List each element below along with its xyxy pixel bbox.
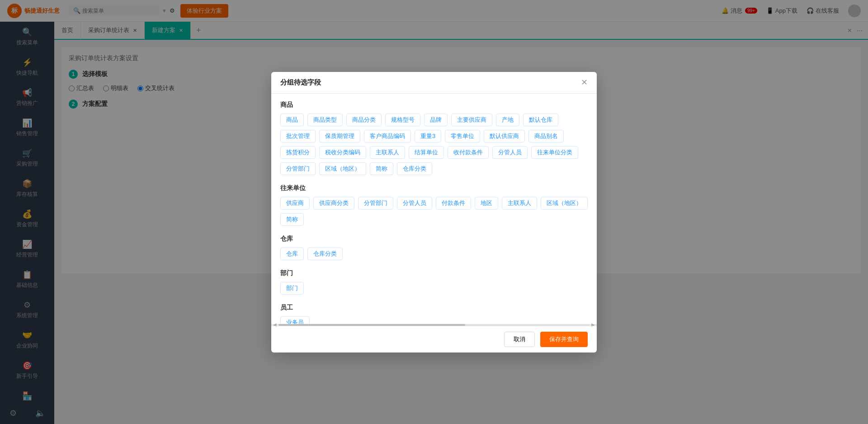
modal-section-label-2: 仓库: [280, 235, 588, 243]
modal-section-2: 仓库仓库仓库分类: [280, 235, 588, 260]
modal-section-label-4: 员工: [280, 304, 588, 312]
modal-section-0: 商品商品商品类型商品分类规格型号品牌主要供应商产地默认仓库批次管理保质期管理客户…: [280, 101, 588, 175]
modal-header: 分组待选字段 ✕: [271, 72, 597, 94]
modal-section-fields-1: 供应商供应商分类分管部门分管人员付款条件地区主联系人区域（地区）简称: [280, 197, 588, 226]
field-tag-0-12[interactable]: 零售单位: [445, 130, 480, 143]
field-tag-0-24[interactable]: 简称: [370, 162, 393, 175]
modal-section-fields-2: 仓库仓库分类: [280, 248, 588, 260]
field-tag-0-6[interactable]: 产地: [496, 114, 519, 126]
field-tag-0-0[interactable]: 商品: [280, 114, 304, 126]
field-tag-1-2[interactable]: 分管部门: [358, 197, 393, 210]
field-tag-1-4[interactable]: 付款条件: [436, 197, 471, 210]
field-tag-0-1[interactable]: 商品类型: [307, 114, 343, 126]
field-tag-0-3[interactable]: 规格型号: [385, 114, 420, 126]
field-tag-2-1[interactable]: 仓库分类: [307, 248, 343, 260]
modal-body: 商品商品商品类型商品分类规格型号品牌主要供应商产地默认仓库批次管理保质期管理客户…: [271, 94, 597, 324]
field-tag-0-8[interactable]: 批次管理: [280, 130, 316, 143]
field-tag-1-6[interactable]: 主联系人: [502, 197, 537, 210]
field-tag-1-0[interactable]: 供应商: [280, 197, 310, 210]
modal-footer: 取消 保存并查询: [271, 326, 597, 353]
modal-title: 分组待选字段: [280, 78, 321, 87]
field-tag-1-7[interactable]: 区域（地区）: [541, 197, 588, 210]
field-tag-0-15[interactable]: 拣货积分: [280, 146, 316, 159]
modal-section-3: 部门部门: [280, 269, 588, 295]
save-query-button[interactable]: 保存并查询: [540, 332, 588, 347]
field-tag-0-5[interactable]: 主要供应商: [451, 114, 492, 126]
field-tag-0-17[interactable]: 主联系人: [370, 146, 405, 159]
field-tag-0-25[interactable]: 仓库分类: [397, 162, 432, 175]
field-tag-0-4[interactable]: 品牌: [424, 114, 448, 126]
field-tag-0-7[interactable]: 默认仓库: [523, 114, 558, 126]
modal-section-fields-3: 部门: [280, 282, 588, 295]
field-tag-1-3[interactable]: 分管人员: [397, 197, 432, 210]
field-tag-0-11[interactable]: 重量3: [415, 130, 441, 143]
field-tag-0-19[interactable]: 收付款条件: [448, 146, 489, 159]
field-tag-0-20[interactable]: 分管人员: [492, 146, 528, 159]
field-tag-0-16[interactable]: 税收分类编码: [319, 146, 366, 159]
field-tag-0-18[interactable]: 结算单位: [409, 146, 444, 159]
modal-section-fields-0: 商品商品类型商品分类规格型号品牌主要供应商产地默认仓库批次管理保质期管理客户商品…: [280, 114, 588, 175]
field-tag-3-0[interactable]: 部门: [280, 282, 304, 295]
field-tag-0-14[interactable]: 商品别名: [528, 130, 564, 143]
field-tag-1-5[interactable]: 地区: [475, 197, 498, 210]
modal-section-label-0: 商品: [280, 101, 588, 109]
modal-dialog: 分组待选字段 ✕ 商品商品商品类型商品分类规格型号品牌主要供应商产地默认仓库批次…: [271, 72, 597, 353]
modal-section-fields-4: 业务员: [280, 316, 588, 324]
field-tag-0-13[interactable]: 默认供应商: [484, 130, 525, 143]
field-tag-0-22[interactable]: 分管部门: [280, 162, 316, 175]
field-tag-0-21[interactable]: 往来单位分类: [531, 146, 578, 159]
field-tag-0-2[interactable]: 商品分类: [346, 114, 382, 126]
modal-section-1: 往来单位供应商供应商分类分管部门分管人员付款条件地区主联系人区域（地区）简称: [280, 184, 588, 226]
modal-section-label-3: 部门: [280, 269, 588, 277]
modal-section-label-1: 往来单位: [280, 184, 588, 192]
modal-overlay: 分组待选字段 ✕ 商品商品商品类型商品分类规格型号品牌主要供应商产地默认仓库批次…: [0, 0, 868, 424]
field-tag-1-1[interactable]: 供应商分类: [313, 197, 354, 210]
field-tag-4-0[interactable]: 业务员: [280, 316, 310, 324]
modal-close-icon[interactable]: ✕: [581, 77, 588, 87]
field-tag-0-9[interactable]: 保质期管理: [319, 130, 360, 143]
field-tag-0-10[interactable]: 客户商品编码: [364, 130, 411, 143]
modal-section-4: 员工业务员: [280, 304, 588, 324]
field-tag-2-0[interactable]: 仓库: [280, 248, 304, 260]
cancel-button[interactable]: 取消: [504, 332, 535, 347]
field-tag-0-23[interactable]: 区域（地区）: [319, 162, 366, 175]
field-tag-1-8[interactable]: 简称: [280, 213, 304, 226]
